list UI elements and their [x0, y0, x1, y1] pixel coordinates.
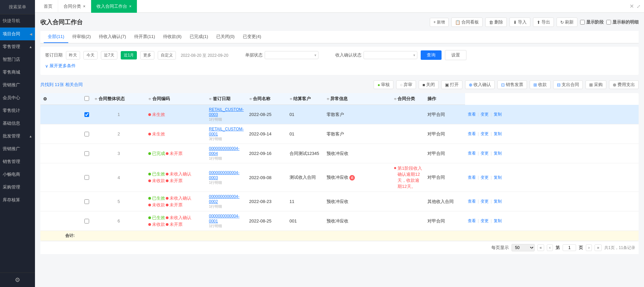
status-tab-pending-payment[interactable]: 待收款(8)	[159, 31, 186, 43]
view-btn[interactable]: 查看	[468, 131, 476, 136]
first-page-btn[interactable]: «	[537, 244, 544, 251]
import-button[interactable]: ⬇ 导入	[509, 17, 530, 27]
income-confirm-select[interactable]	[364, 51, 417, 59]
sidebar-item-inventory[interactable]: 库存核算	[0, 194, 35, 206]
sidebar-item-project[interactable]: 项目合同 ◀	[0, 28, 35, 40]
query-button[interactable]: 查询	[421, 50, 442, 60]
contract-board-button[interactable]: 📋 合同看板	[451, 17, 483, 27]
action-output-contract[interactable]: ⊟ 支出合同	[553, 80, 583, 89]
row-checkbox[interactable]	[84, 199, 89, 204]
contract-code-link[interactable]: 0000000000004-0004	[209, 146, 239, 156]
sidebar-item-retail-mgmt[interactable]: 零售管理 ▲	[0, 40, 35, 53]
sidebar-item-xiaochang[interactable]: 小畅电商	[0, 168, 35, 181]
tab-close-contract-category[interactable]: ×	[83, 4, 85, 9]
status-tab-pending-confirm[interactable]: 待收入确认(7)	[95, 31, 130, 43]
date-btn-1month[interactable]: 近1月	[121, 51, 137, 59]
th-contract-code[interactable]: ≑ 合同编码	[146, 93, 206, 105]
tab-home[interactable]: 首页	[38, 0, 58, 13]
view-btn[interactable]: 查看	[468, 112, 476, 117]
sidebar-item-wholesale-mgmt[interactable]: 批发管理 ▲	[0, 130, 35, 142]
copy-btn[interactable]: 复制	[494, 175, 502, 180]
show-remarks-input[interactable]	[606, 20, 611, 25]
sidebar-item-marketing[interactable]: 营销推广	[0, 79, 35, 91]
copy-btn[interactable]: 复制	[494, 151, 502, 156]
th-abnormal-info[interactable]: ≑ 异常信息	[324, 93, 391, 105]
date-btn-more[interactable]: 更多	[140, 51, 154, 59]
contract-code-link[interactable]: RETAIL_CUSTOM-0001	[209, 127, 244, 136]
action-purchase[interactable]: ⊠ 采购	[585, 80, 606, 89]
action-review[interactable]: ● 审核	[374, 80, 393, 89]
copy-btn[interactable]: 复制	[494, 218, 502, 223]
status-tab-pending-review[interactable]: 待审核(2)	[68, 31, 95, 43]
edit-btn[interactable]: 变更	[481, 112, 489, 117]
date-btn-today[interactable]: 今天	[83, 51, 98, 59]
current-page-input[interactable]	[563, 244, 576, 251]
select-all-checkbox[interactable]	[84, 96, 89, 101]
add-button[interactable]: + 新增	[430, 18, 449, 27]
window-close-icon[interactable]: ✕	[630, 3, 634, 9]
sidebar-item-sales-mgmt[interactable]: 销售管理	[0, 155, 35, 168]
copy-btn[interactable]: 复制	[494, 131, 502, 136]
refresh-button[interactable]: ↻ 刷新	[557, 17, 577, 27]
view-btn[interactable]: 查看	[468, 151, 476, 156]
th-sign-date[interactable]: ≑ 签订日期	[206, 93, 247, 105]
edit-btn[interactable]: 变更	[481, 218, 489, 223]
row-checkbox[interactable]	[84, 219, 89, 223]
setting-button[interactable]: 设置	[445, 50, 466, 60]
th-settlement-customer[interactable]: ≑ 结算客户	[287, 93, 324, 105]
edit-btn[interactable]: 变更	[481, 151, 489, 156]
copy-btn[interactable]: 复制	[494, 199, 502, 204]
tab-close-income-workbench[interactable]: ×	[129, 4, 131, 9]
show-segment-checkbox[interactable]: 显示阶段	[580, 19, 604, 25]
sidebar-item-purchase-mgmt[interactable]: 采购管理	[0, 181, 35, 194]
sidebar-item-marketing2[interactable]: 营销推广	[0, 142, 35, 155]
view-btn[interactable]: 查看	[468, 175, 476, 180]
expand-more-btn[interactable]: ∨ 展开更多条件	[45, 63, 76, 69]
last-page-btn[interactable]: »	[595, 244, 602, 251]
show-segment-input[interactable]	[580, 20, 585, 25]
doc-status-select[interactable]	[265, 51, 318, 59]
sidebar-item-smart-store[interactable]: 智慧门店	[0, 53, 35, 66]
settings-icon[interactable]: ⚙	[3, 276, 32, 284]
row-checkbox[interactable]	[84, 175, 89, 180]
date-btn-custom[interactable]: 自定义	[158, 51, 176, 59]
action-sales-invoice[interactable]: ⊡ 销售发票	[497, 80, 527, 89]
export-button[interactable]: ⬆ 导出	[533, 17, 554, 27]
action-print[interactable]: ▣ 打开	[441, 80, 462, 89]
status-tab-completed[interactable]: 已完成(1)	[186, 31, 212, 43]
action-expense[interactable]: ⊗ 费用支出	[609, 80, 639, 89]
row-checkbox[interactable]	[84, 132, 89, 136]
edit-btn[interactable]: 变更	[481, 175, 489, 180]
edit-btn[interactable]: 变更	[481, 199, 489, 204]
action-income-confirm[interactable]: ⊕ 收入确认	[465, 80, 495, 89]
sidebar-search[interactable]: 搜索菜单	[0, 0, 35, 14]
status-tab-changed[interactable]: 已变更(4)	[239, 31, 265, 43]
th-overall-status[interactable]: ≑ 合同整体状态	[92, 93, 146, 105]
th-contract-name[interactable]: ≑ 合同名称	[247, 93, 287, 105]
action-close[interactable]: ■ 关闭	[419, 80, 439, 89]
date-btn-7days[interactable]: 近7天	[101, 51, 117, 59]
date-btn-yesterday[interactable]: 昨天	[66, 51, 80, 59]
sidebar-item-retail-stats[interactable]: 零售统计	[0, 104, 35, 117]
sidebar-item-member[interactable]: 会员中心	[0, 91, 35, 104]
contract-code-link[interactable]: 0000000000004-0003	[209, 170, 239, 180]
show-remarks-checkbox[interactable]: 显示标的明细	[606, 19, 639, 25]
contract-code-link[interactable]: 0000000000004-0002	[209, 194, 239, 204]
sidebar-item-basic-info[interactable]: 基础信息	[0, 117, 35, 130]
row-checkbox[interactable]	[84, 151, 89, 156]
tab-contract-category[interactable]: 合同分类 ×	[58, 0, 91, 13]
status-tab-pending-invoice[interactable]: 待开票(11)	[130, 31, 159, 43]
action-payment[interactable]: ⊞ 收款	[530, 80, 551, 89]
window-resize-icon[interactable]: ⤢	[637, 4, 641, 9]
th-contract-category[interactable]: ≑ 合同分类	[391, 93, 425, 105]
row-checkbox[interactable]	[84, 112, 89, 117]
next-page-btn[interactable]: ›	[586, 244, 592, 251]
page-size-select[interactable]: 50 100 200	[512, 244, 535, 251]
status-tab-closed[interactable]: 已关闭(0)	[212, 31, 239, 43]
action-abandon[interactable]: ○ 弃审	[396, 80, 416, 89]
th-settings[interactable]: ⚙	[40, 93, 82, 105]
view-btn[interactable]: 查看	[468, 199, 476, 204]
edit-btn[interactable]: 变更	[481, 131, 489, 136]
status-tab-all[interactable]: 全部(11)	[44, 31, 68, 43]
sidebar-item-retail-mall[interactable]: 零售商城	[0, 66, 35, 79]
